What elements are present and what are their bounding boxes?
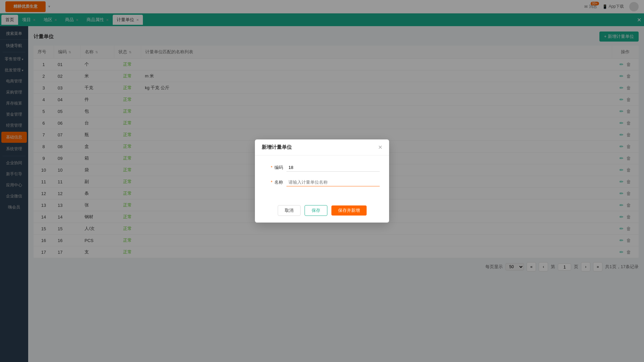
add-unit-modal: 新增计量单位 ✕ * 编码 * 名称 取消 保存 保存并新增 <box>255 139 389 223</box>
modal-footer: 取消 保存 保存并新增 <box>255 201 389 223</box>
modal-title: 新增计量单位 <box>262 144 292 150</box>
modal-overlay: 新增计量单位 ✕ * 编码 * 名称 取消 保存 保存并新增 <box>0 0 644 362</box>
save-and-new-button[interactable]: 保存并新增 <box>331 205 367 216</box>
required-mark-name: * <box>271 180 272 185</box>
modal-body: * 编码 * 名称 <box>255 156 389 201</box>
form-item-code: * 编码 <box>264 164 380 172</box>
form-item-name: * 名称 <box>264 178 380 186</box>
modal-close-button[interactable]: ✕ <box>378 144 382 150</box>
code-label: * 编码 <box>264 165 283 171</box>
modal-header: 新增计量单位 ✕ <box>255 139 389 156</box>
code-input[interactable] <box>286 164 380 172</box>
name-label: * 名称 <box>264 179 283 185</box>
name-input[interactable] <box>286 178 380 186</box>
required-mark-code: * <box>271 165 272 170</box>
cancel-button[interactable]: 取消 <box>278 205 301 216</box>
save-button[interactable]: 保存 <box>305 205 327 216</box>
